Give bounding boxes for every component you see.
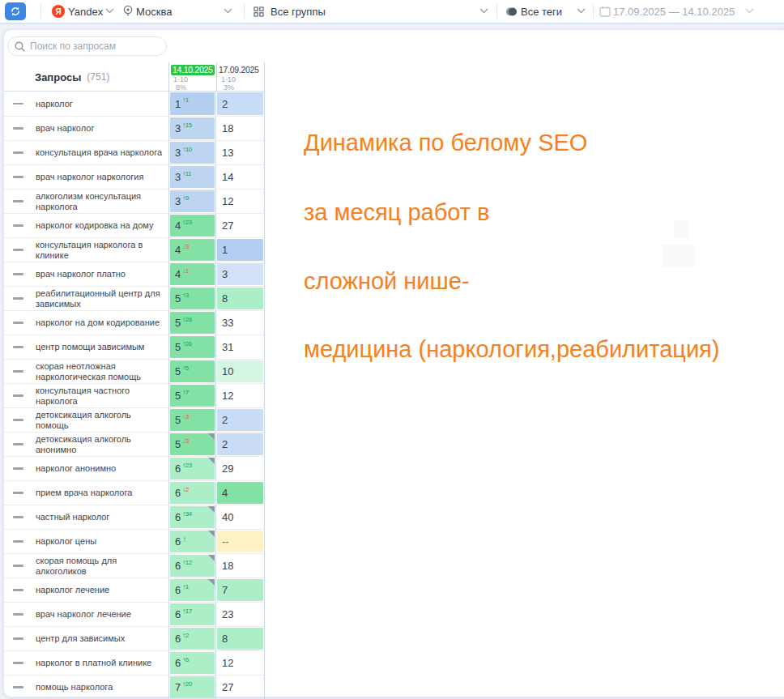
position-cell-current[interactable]: 5↓3 (168, 433, 216, 456)
position-cell-previous[interactable]: 40 (216, 505, 264, 529)
row-drag-handle[interactable] (4, 287, 32, 310)
position-cell-current[interactable]: 6↑23 (168, 457, 216, 480)
position-cell-previous[interactable]: 7 (216, 578, 264, 602)
row-drag-handle[interactable] (4, 433, 32, 456)
row-drag-handle[interactable] (4, 457, 32, 480)
position-cell-current[interactable]: 5↑3 (168, 287, 216, 310)
searcher-label[interactable]: Yandex (68, 6, 103, 18)
position-cell-previous[interactable]: 8 (216, 627, 264, 650)
position-cell-previous[interactable]: 33 (216, 311, 264, 335)
row-drag-handle[interactable] (4, 554, 32, 578)
position-cell-previous[interactable]: 2 (216, 92, 264, 116)
position-cell-previous[interactable]: 2 (216, 408, 264, 432)
query-label[interactable]: консультация частного нарколога (32, 384, 168, 407)
row-drag-handle[interactable] (4, 408, 32, 432)
query-label[interactable]: врач нарколог лечение (32, 603, 168, 626)
query-label[interactable]: нарколог на дом кодирование (32, 311, 168, 335)
row-drag-handle[interactable] (4, 141, 32, 164)
previous-date-column-header[interactable]: 17.09.2025 1-10 3% (216, 62, 264, 92)
position-cell-current[interactable]: 4↑23 (168, 214, 216, 237)
refresh-button[interactable] (5, 2, 26, 20)
position-cell-previous[interactable]: 4 (216, 481, 264, 505)
query-label[interactable]: детоксикация алкоголь анонимно (32, 433, 168, 456)
query-label[interactable]: нарколог анонимно (32, 457, 168, 480)
query-label[interactable]: нарколог цены (32, 530, 168, 553)
row-drag-handle[interactable] (4, 676, 32, 699)
query-label[interactable]: скорая неотложная наркологическая помощь (32, 360, 168, 383)
position-cell-previous[interactable]: 14 (216, 165, 264, 189)
query-label[interactable]: нарколог лечение (32, 578, 168, 602)
position-cell-current[interactable]: 3↑15 (168, 117, 216, 140)
position-cell-previous[interactable]: 23 (216, 603, 264, 626)
row-drag-handle[interactable] (4, 384, 32, 407)
query-label[interactable]: нарколог кодировка на дому (32, 214, 168, 237)
query-search-box[interactable] (7, 36, 167, 56)
position-cell-previous[interactable]: 12 (216, 190, 264, 213)
row-drag-handle[interactable] (4, 190, 32, 213)
position-cell-current[interactable]: 3↑9 (168, 190, 216, 213)
position-cell-previous[interactable]: 31 (216, 335, 264, 359)
position-cell-current[interactable]: 3↑10 (168, 141, 216, 164)
row-drag-handle[interactable] (4, 530, 32, 553)
position-cell-previous[interactable]: 12 (216, 651, 264, 675)
position-cell-previous[interactable]: 27 (216, 214, 264, 237)
chevron-down-icon[interactable] (224, 8, 232, 14)
position-cell-current[interactable]: 3↑11 (168, 165, 216, 189)
position-cell-current[interactable]: 6↓2 (168, 481, 216, 505)
position-cell-current[interactable]: 6↑12 (168, 554, 216, 578)
chevron-down-icon[interactable] (479, 8, 488, 14)
position-cell-current[interactable]: 5↑26 (168, 335, 216, 359)
query-label[interactable]: врач нарколог (32, 117, 168, 140)
query-label[interactable]: нарколог (32, 92, 168, 116)
query-label[interactable]: консультация врача нарколога (32, 141, 168, 164)
position-cell-current[interactable]: 5↓3 (168, 408, 216, 432)
row-drag-handle[interactable] (4, 505, 32, 529)
row-drag-handle[interactable] (4, 578, 32, 602)
position-cell-current[interactable]: 6↑2 (168, 627, 216, 650)
search-input[interactable] (30, 40, 160, 52)
row-drag-handle[interactable] (4, 603, 32, 626)
position-cell-current[interactable]: 6↑34 (168, 505, 216, 529)
position-cell-previous[interactable]: 1 (216, 238, 264, 262)
position-cell-current[interactable]: 7↑20 (168, 676, 216, 699)
date-range-label[interactable]: 17.09.2025 — 14.10.2025 (613, 6, 735, 18)
row-drag-handle[interactable] (4, 117, 32, 140)
query-label[interactable]: консультация нарколога в клинике (32, 238, 168, 262)
query-label[interactable]: центр помощи зависимым (32, 335, 168, 359)
position-cell-current[interactable]: 1↑1 (168, 92, 216, 116)
row-drag-handle[interactable] (4, 651, 32, 675)
position-cell-current[interactable]: 6↑17 (168, 603, 216, 626)
position-cell-previous[interactable]: 29 (216, 457, 264, 480)
query-label[interactable]: нарколог в платной клинике (32, 651, 168, 675)
query-label[interactable]: прием врача нарколога (32, 481, 168, 505)
query-label[interactable]: алкоголизм консультация нарколога (32, 190, 168, 213)
query-label[interactable]: врач нарколог платно (32, 262, 168, 286)
chevron-down-icon[interactable] (577, 8, 586, 14)
position-cell-previous[interactable]: -- (216, 530, 264, 553)
position-cell-previous[interactable]: 10 (216, 360, 264, 383)
position-cell-current[interactable]: 4↓3 (168, 238, 216, 262)
query-label[interactable]: центр для зависимых (32, 627, 168, 650)
row-drag-handle[interactable] (4, 335, 32, 359)
queries-column-header[interactable]: Запросы (751) (32, 62, 168, 92)
current-date-column-header[interactable]: 14.10.2025 1-10 8% (168, 62, 216, 92)
row-drag-handle[interactable] (4, 627, 32, 650)
row-drag-handle[interactable] (4, 360, 32, 383)
region-label[interactable]: Москва (136, 6, 172, 18)
query-label[interactable]: врач нарколог наркология (32, 165, 168, 189)
chevron-down-icon[interactable] (745, 8, 754, 14)
row-drag-handle[interactable] (4, 481, 32, 505)
position-cell-previous[interactable]: 2 (216, 433, 264, 456)
position-cell-previous[interactable]: 18 (216, 554, 264, 578)
query-label[interactable]: детоксикация алкоголь помощь (32, 408, 168, 432)
position-cell-current[interactable]: 5↑7 (168, 384, 216, 407)
row-drag-handle[interactable] (4, 311, 32, 335)
position-cell-previous[interactable]: 3 (216, 262, 264, 286)
position-cell-current[interactable]: 6↑ (168, 530, 216, 553)
row-drag-handle[interactable] (4, 165, 32, 189)
query-label[interactable]: помощь нарколога (32, 676, 168, 699)
groups-filter-label[interactable]: Все группы (271, 6, 326, 18)
chevron-down-icon[interactable] (105, 8, 114, 14)
position-cell-previous[interactable]: 12 (216, 384, 264, 407)
position-cell-current[interactable]: 5↑5 (168, 360, 216, 383)
